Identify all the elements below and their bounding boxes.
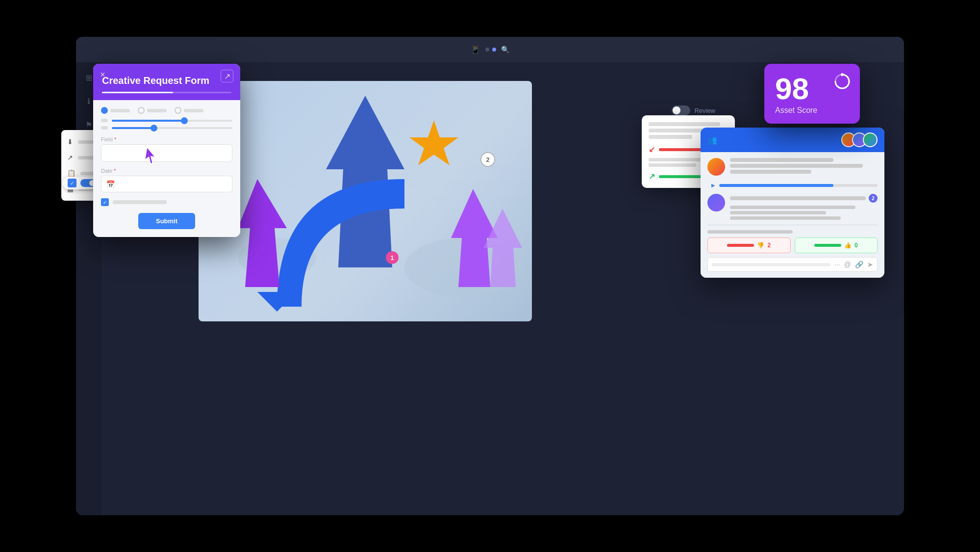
arrow-illustration: 2 1 xyxy=(199,81,532,321)
slider-thumb-1[interactable] xyxy=(181,117,188,124)
progress-row: ▶ xyxy=(707,183,878,188)
slider-thumb-2[interactable] xyxy=(151,125,157,131)
form-header: × ↗ Creative Request Form xyxy=(93,64,240,100)
cursor xyxy=(145,147,159,167)
review-panel-header: 👥 xyxy=(701,128,884,152)
slider-track-1[interactable] xyxy=(112,120,232,122)
review-panel: 👥 ▶ xyxy=(701,128,884,278)
radio-option-2[interactable] xyxy=(138,107,167,114)
thumb-up-icon: 👍 xyxy=(844,242,852,249)
review-action-buttons: 👎 2 👍 0 xyxy=(707,237,878,253)
sub-label-lines xyxy=(707,230,878,234)
svg-text:2: 2 xyxy=(486,156,489,163)
form-progress-bar xyxy=(102,92,231,93)
toolbar-search-icon: 🔍 xyxy=(501,46,509,53)
users-icon: 👥 xyxy=(707,135,717,145)
creative-form-panel: × ↗ Creative Request Form xyxy=(93,64,240,237)
field-label-1: Field * xyxy=(101,136,232,142)
date-picker-row[interactable]: 📅 xyxy=(101,176,232,192)
separator xyxy=(707,225,878,225)
avatar-3 xyxy=(863,132,878,147)
radio-option-1[interactable] xyxy=(101,107,130,114)
slider-label-line-2 xyxy=(101,126,108,130)
approve-button[interactable]: 👍 0 xyxy=(795,237,878,253)
reject-count: 2 xyxy=(767,242,771,249)
center-artwork: 2 1 xyxy=(199,81,532,321)
comment-content-1 xyxy=(730,158,878,177)
svg-text:1: 1 xyxy=(391,255,394,262)
avatar-row xyxy=(841,132,878,147)
slider-label-line xyxy=(101,119,108,122)
form-title: Creative Request Form xyxy=(102,75,231,87)
comment-content-2: 2 xyxy=(730,194,878,220)
svg-marker-13 xyxy=(144,147,156,164)
form-progress-fill xyxy=(102,92,173,93)
checkbox-row: ✓ xyxy=(101,198,232,206)
svg-marker-7 xyxy=(409,120,458,165)
form-close-btn[interactable]: × xyxy=(100,70,105,80)
slider-row-2 xyxy=(101,126,232,130)
review-label: Review xyxy=(694,107,715,114)
checkbox-label-line xyxy=(113,200,167,204)
dot-2 xyxy=(492,48,496,52)
reject-button[interactable]: 👎 2 xyxy=(707,237,791,253)
text-input-1[interactable] xyxy=(101,144,232,162)
comment-icons-row: ··· @ 🔗 ➤ xyxy=(834,261,873,268)
badge-2: 2 xyxy=(869,194,878,203)
send-icon[interactable]: ➤ xyxy=(867,261,873,268)
toolbar-dots xyxy=(485,48,496,52)
comment-avatar-2 xyxy=(707,194,725,211)
comment-avatar-1 xyxy=(707,158,725,176)
comment-placeholder xyxy=(712,263,830,266)
share-icon: ↗ xyxy=(67,154,73,161)
calendar-icon: 📅 xyxy=(106,180,115,188)
radio-group xyxy=(101,107,232,114)
comment-row-2: 2 xyxy=(707,194,878,220)
slider-track-2[interactable] xyxy=(112,127,232,129)
svg-point-15 xyxy=(841,73,844,76)
toolbar-icon-phone: 📱 xyxy=(471,45,480,54)
top-toolbar: 📱 🔍 xyxy=(76,37,904,62)
approve-count: 0 xyxy=(854,242,858,249)
doc-icon: 📋 xyxy=(67,169,75,177)
ellipsis-icon[interactable]: ··· xyxy=(834,261,840,268)
form-share-btn[interactable]: ↗ xyxy=(221,70,233,82)
link-icon[interactable]: 🔗 xyxy=(855,261,863,268)
thumb-down-icon: 👎 xyxy=(757,242,764,249)
radio-option-3[interactable] xyxy=(175,107,203,114)
progress-bar-track xyxy=(719,184,878,187)
checkbox-input[interactable]: ✓ xyxy=(101,198,109,206)
download-icon: ⬇ xyxy=(67,138,73,146)
comment-row-1 xyxy=(707,158,878,177)
review-toggle-switch[interactable] xyxy=(672,105,690,115)
at-icon[interactable]: @ xyxy=(844,261,851,268)
score-gauge-icon xyxy=(833,73,851,90)
dot-1 xyxy=(485,48,489,52)
checkbox-check[interactable]: ✓ xyxy=(68,179,76,187)
red-arrow-icon: ↙ xyxy=(649,145,655,154)
score-label: Asset Score xyxy=(775,106,849,115)
review-panel-body: ▶ 2 xyxy=(701,152,884,278)
slider-row-1 xyxy=(101,119,232,122)
review-toggle-area: Review xyxy=(672,105,715,115)
submit-button[interactable]: Submit xyxy=(138,213,195,229)
comment-input-area: ··· @ 🔗 ➤ xyxy=(707,257,878,272)
field-label-date: Date * xyxy=(101,168,232,174)
asset-score-panel: 98 Asset Score xyxy=(764,64,860,124)
form-body: Field * Date * 📅 ✓ Submit xyxy=(93,100,240,237)
green-arrow-icon: ↗ xyxy=(649,172,655,181)
